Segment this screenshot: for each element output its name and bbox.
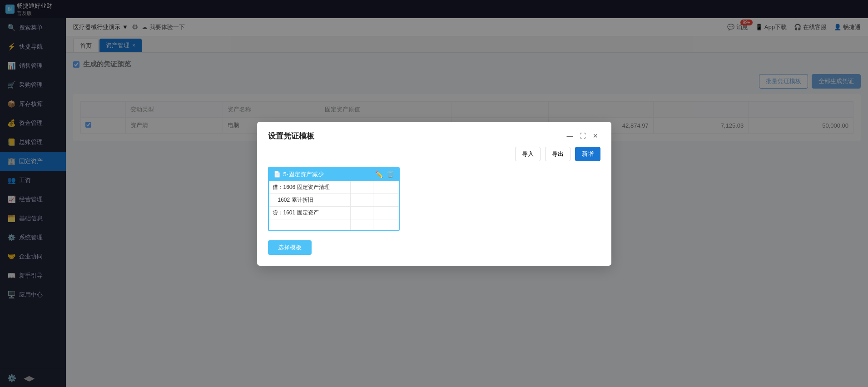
template-cell-account-4	[269, 219, 351, 230]
modal-close-button[interactable]: ✕	[590, 131, 600, 141]
template-cell-debit-2	[351, 194, 373, 206]
template-cell-debit-4	[351, 219, 373, 230]
template-card-actions: ✏️ 🗑️	[375, 171, 394, 178]
template-cell-account-3: 贷：1601 固定资产	[269, 207, 351, 219]
set-template-modal: 设置凭证模板 — ⛶ ✕ 导入 导出 新增 📄 5-固定资产	[257, 122, 611, 266]
template-card-header-left: 📄 5-固定资产减少	[273, 170, 324, 179]
window-controls: — ⛶ ✕	[565, 131, 600, 141]
template-id: 5	[283, 171, 287, 178]
template-row-3: 贷：1601 固定资产	[269, 207, 399, 219]
template-card-body: 借：1606 固定资产清理 1602 累计折旧 贷：1601 固定资产	[269, 181, 399, 230]
new-button[interactable]: 新增	[575, 147, 600, 161]
template-delete-icon[interactable]: 🗑️	[387, 171, 394, 178]
template-card-header: 📄 5-固定资产减少 ✏️ 🗑️	[269, 168, 399, 181]
template-cell-credit-2	[373, 194, 396, 206]
export-button[interactable]: 导出	[545, 147, 570, 161]
template-edit-icon[interactable]: ✏️	[375, 171, 383, 178]
template-cell-account-1: 借：1606 固定资产清理	[269, 181, 351, 194]
template-cell-credit-1	[373, 181, 396, 194]
select-template-button[interactable]: 选择模板	[268, 240, 312, 255]
template-row-1: 借：1606 固定资产清理	[269, 181, 399, 194]
modal-title: 设置凭证模板	[268, 131, 314, 141]
template-card: 📄 5-固定资产减少 ✏️ 🗑️ 借：1606 固定资产清理	[268, 167, 400, 231]
modal-minimize-button[interactable]: —	[565, 131, 575, 141]
template-name: 5-固定资产减少	[283, 170, 324, 179]
template-name-text: 固定资产减少	[288, 171, 324, 178]
import-button[interactable]: 导入	[515, 147, 541, 161]
template-cell-debit-1	[351, 181, 373, 194]
modal-header-left: 设置凭证模板	[268, 131, 314, 141]
template-doc-icon: 📄	[273, 171, 281, 178]
template-row-2: 1602 累计折旧	[269, 194, 399, 207]
modal-header: 设置凭证模板 — ⛶ ✕	[257, 122, 611, 147]
template-cell-debit-3	[351, 207, 373, 219]
modal-overlay: 设置凭证模板 — ⛶ ✕ 导入 导出 新增 📄 5-固定资产	[0, 0, 868, 387]
template-cell-credit-4	[373, 219, 396, 230]
template-cell-account-2: 1602 累计折旧	[269, 194, 351, 206]
template-cell-credit-3	[373, 207, 396, 219]
template-row-4	[269, 219, 399, 230]
modal-toolbar: 导入 导出 新增	[257, 147, 611, 167]
modal-body: 📄 5-固定资产减少 ✏️ 🗑️ 借：1606 固定资产清理	[257, 167, 611, 266]
modal-maximize-button[interactable]: ⛶	[578, 131, 588, 141]
